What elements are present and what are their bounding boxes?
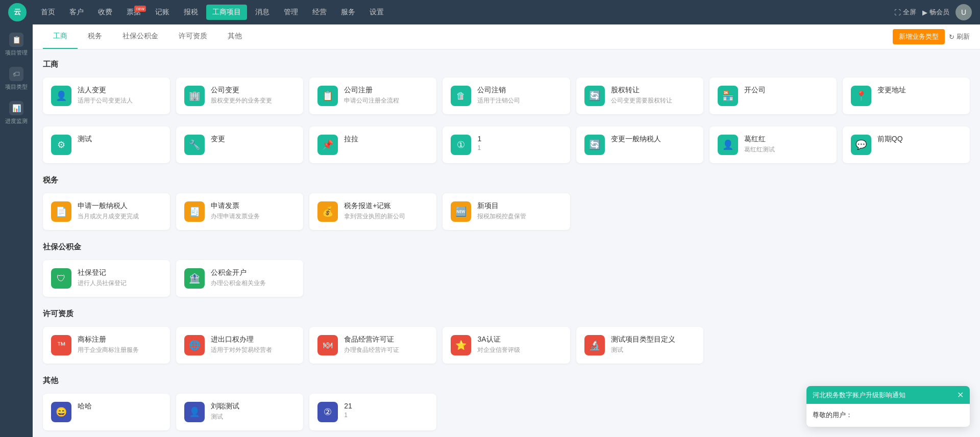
card-content: 进出口权办理 适用于对外贸易经营者: [211, 335, 295, 354]
section-title-license: 许可资质: [43, 309, 970, 319]
tab-business[interactable]: 工商: [43, 24, 78, 49]
notification-body: 尊敬的用户：: [806, 404, 970, 427]
card-legal-change[interactable]: 👤 法人变更 适用于公司变更法人: [43, 78, 170, 114]
nav-customer[interactable]: 客户: [63, 5, 90, 20]
card-equity-transfer[interactable]: 🔄 股权转让 公司变更需要股权转让: [576, 78, 703, 114]
card-apply-invoice[interactable]: 🧾 申请发票 办理申请发票业务: [176, 193, 303, 230]
card-content: 拉拉: [344, 135, 428, 145]
business-cards-row1: 👤 法人变更 适用于公司变更法人 🏢 公司变更 股权变更外的业务变更: [43, 78, 970, 114]
card-title: 刘聪测试: [211, 402, 295, 411]
card-one[interactable]: ① 1 1: [443, 126, 570, 163]
play-icon: ▶: [922, 9, 927, 16]
card-qianqi-qq[interactable]: 💬 前期QQ: [843, 126, 970, 163]
card-trademark[interactable]: ™ 商标注册 用于企业商标注册服务: [43, 327, 170, 364]
section-title-other: 其他: [43, 376, 970, 385]
new-type-button[interactable]: 新增业务类型: [893, 29, 945, 44]
card-title: 申请发票: [211, 201, 295, 211]
member-btn[interactable]: ▶ 畅会员: [922, 8, 949, 17]
sidebar-label-progress: 进度监测: [5, 117, 28, 125]
nav-service[interactable]: 服务: [335, 5, 361, 20]
nav-setting[interactable]: 设置: [363, 5, 390, 20]
tab-other[interactable]: 其他: [217, 24, 252, 49]
card-tax-report-bookkeep[interactable]: 💰 税务报道+记账 拿到营业执照的新公司: [309, 193, 436, 230]
nav-business[interactable]: 工商项目: [206, 5, 247, 20]
card-company-register[interactable]: 📋 公司注册 申请公司注册全流程: [309, 78, 436, 114]
card-liucong-test[interactable]: 👤 刘聪测试 测试: [176, 394, 303, 430]
card-social-register[interactable]: 🛡 社保登记 进行人员社保登记: [43, 260, 170, 297]
3a-cert-icon: ⭐: [451, 335, 471, 355]
nav-tax[interactable]: 报税: [178, 5, 204, 20]
nav-badge: new: [134, 6, 146, 12]
nav-operation[interactable]: 经营: [306, 5, 333, 20]
fullscreen-label: 全屏: [903, 8, 916, 17]
nav-manage[interactable]: 管理: [278, 5, 304, 20]
card-title: 进出口权办理: [211, 335, 295, 344]
avatar[interactable]: U: [955, 4, 972, 20]
card-apply-taxpayer[interactable]: 📄 申请一般纳税人 当月或次月成变更完成: [43, 193, 170, 230]
progress-icon: 📊: [9, 101, 23, 115]
card-company-cancel[interactable]: 🗑 公司注销 适用于注销公司: [443, 78, 570, 114]
section-title-business: 工商: [43, 60, 970, 69]
nav-bookkeeping[interactable]: 记账: [149, 5, 176, 20]
sidebar-label-project-type: 项目类型: [5, 83, 28, 91]
legal-change-icon: 👤: [51, 86, 71, 106]
card-content: 变更地址: [877, 86, 962, 96]
card-3a-cert[interactable]: ⭐ 3A认证 对企业信誉评级: [443, 327, 570, 364]
change-taxpayer-icon: 🔄: [584, 135, 605, 155]
card-import-export[interactable]: 🌐 进出口权办理 适用于对外贸易经营者: [176, 327, 303, 364]
card-content: 刘聪测试 测试: [211, 402, 295, 421]
card-content: 公积金开户 办理公积金相关业务: [211, 268, 295, 288]
card-title: 公积金开户: [211, 268, 295, 277]
tab-social-security[interactable]: 社保公积金: [112, 24, 168, 49]
refresh-button[interactable]: ↻ 刷新: [949, 32, 970, 41]
sidebar-item-project-manage[interactable]: 📋 项目管理: [2, 29, 31, 61]
card-desc: 办理申请发票业务: [211, 212, 295, 221]
tab-tax[interactable]: 税务: [78, 24, 112, 49]
sidebar-item-project-type[interactable]: 🏷 项目类型: [2, 63, 31, 95]
card-title: 公司注册: [344, 86, 428, 95]
card-haha[interactable]: 😄 哈哈: [43, 394, 170, 430]
card-title: 3A认证: [477, 335, 561, 344]
notification-close-button[interactable]: ✕: [957, 390, 964, 400]
card-title: 葛红红: [744, 135, 828, 144]
nav-home[interactable]: 首页: [35, 5, 61, 20]
nav-message[interactable]: 消息: [249, 5, 276, 20]
tab-license[interactable]: 许可资质: [168, 24, 217, 49]
card-open-company[interactable]: 🏪 开公司: [709, 78, 837, 114]
card-food-license[interactable]: 🍽 食品经营许可证 办理食品经营许可证: [309, 327, 436, 364]
card-test-type-define[interactable]: 🔬 测试项目类型目定义 测试: [576, 327, 703, 364]
card-change-taxpayer[interactable]: 🔄 变更一般纳税人: [576, 126, 703, 163]
notification-header: 河北税务数字账户升级影响通知 ✕: [806, 386, 970, 404]
nav-right: ⛶ 全屏 ▶ 畅会员 U: [894, 4, 972, 20]
card-change[interactable]: 🔧 变更: [176, 126, 303, 163]
fullscreen-icon: ⛶: [894, 9, 901, 16]
card-desc: 1: [477, 144, 561, 151]
card-fund-account[interactable]: 🏦 公积金开户 办理公积金相关业务: [176, 260, 303, 297]
section-tax: 税务 📄 申请一般纳税人 当月或次月成变更完成 🧾 申请发票 办理申请发票: [43, 175, 970, 230]
card-desc: 用于企业商标注册服务: [78, 346, 162, 354]
card-desc: 拿到营业执照的新公司: [344, 212, 428, 221]
section-business: 工商 👤 法人变更 适用于公司变更法人 🏢 公司变更 股权变更外的业务变更: [43, 60, 970, 163]
card-content: 公司注销 适用于注销公司: [477, 86, 561, 105]
card-company-change[interactable]: 🏢 公司变更 股权变更外的业务变更: [176, 78, 303, 114]
card-title: 食品经营许可证: [344, 335, 428, 344]
card-content: 测试: [78, 135, 162, 145]
member-label: 畅会员: [929, 8, 949, 17]
card-change-address[interactable]: 📍 变更地址: [843, 78, 970, 114]
card-content: 税务报道+记账 拿到营业执照的新公司: [344, 201, 428, 221]
card-content: 21 1: [344, 402, 428, 419]
fullscreen-btn[interactable]: ⛶ 全屏: [894, 8, 916, 17]
card-test[interactable]: ⚙ 测试: [43, 126, 170, 163]
app-logo: 云: [8, 3, 27, 21]
card-lala[interactable]: 📌 拉拉: [309, 126, 436, 163]
card-desc: 股权变更外的业务变更: [211, 96, 295, 105]
card-content: 申请一般纳税人 当月或次月成变更完成: [78, 201, 162, 221]
card-new-project[interactable]: 🆕 新项目 报税加税控盘保管: [443, 193, 570, 230]
change-icon: 🔧: [184, 135, 205, 155]
card-21[interactable]: ② 21 1: [309, 394, 436, 430]
tax-cards: 📄 申请一般纳税人 当月或次月成变更完成 🧾 申请发票 办理申请发票业务: [43, 193, 970, 230]
nav-fee[interactable]: 收费: [92, 5, 118, 20]
nav-ticket[interactable]: 票据new: [120, 5, 147, 20]
card-gehonghong[interactable]: 👤 葛红红 葛红红测试: [709, 126, 837, 163]
sidebar-item-progress[interactable]: 📊 进度监测: [2, 97, 31, 129]
